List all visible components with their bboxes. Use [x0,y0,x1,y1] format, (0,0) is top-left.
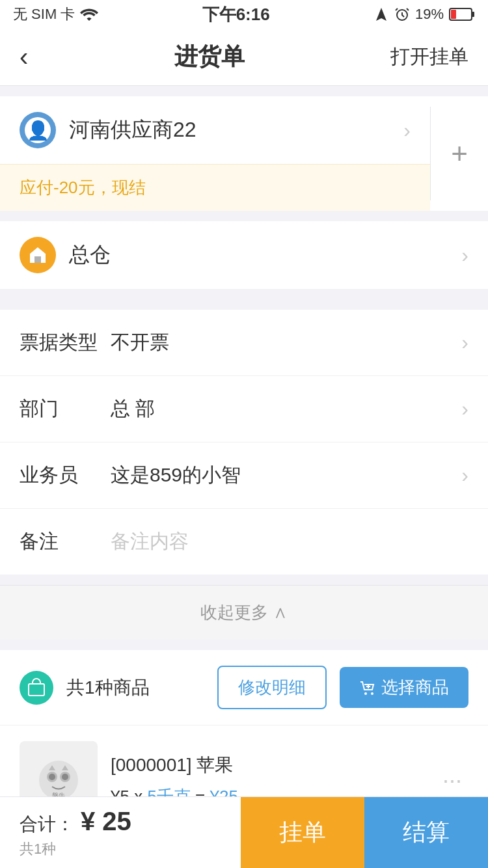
product-header: 共1种商品 修改明细 选择商品 [0,650,488,726]
status-right: 19% [373,6,475,23]
invoice-type-label: 票据类型 [20,329,111,356]
select-product-button[interactable]: 选择商品 [340,667,468,708]
product-name: [0000001] 苹果 [111,753,423,778]
department-chevron-icon: › [461,397,468,421]
product-count: 共1种商品 [66,675,204,700]
total-label: 合计： [20,812,74,837]
supplier-section: 👤 河南供应商22 › 应付-20元，现结 + [0,96,488,211]
total-sub: 共1种 [20,839,221,859]
form-section: 票据类型 不开票 › 部门 总 部 › 业务员 这是859的小智 › 备注 备注… [0,310,488,575]
invoice-chevron-icon: › [461,331,468,355]
person-icon: 👤 [27,120,49,141]
department-value: 总 部 [111,396,461,422]
nav-bar: ‹ 进货单 打开挂单 [0,29,488,86]
supplier-notice: 应付-20元，现结 [0,164,430,211]
plus-icon: + [451,137,468,170]
supplier-chevron-icon: › [403,118,411,142]
invoice-type-row[interactable]: 票据类型 不开票 › [0,310,488,375]
salesperson-row[interactable]: 业务员 这是859的小智 › [0,442,488,508]
svg-point-12 [62,774,68,780]
warehouse-section: 总仓 › [0,221,488,289]
settle-button[interactable]: 结算 [364,797,488,868]
collapse-bar[interactable]: 收起更多 ∧ [0,585,488,640]
svg-rect-4 [34,256,41,263]
supplier-name: 河南供应商22 [69,116,403,144]
location-icon [373,7,389,22]
svg-rect-3 [451,10,456,19]
warehouse-icon [20,237,56,273]
footer-total: 合计： ¥ 25 共1种 [0,797,241,868]
salesperson-value: 这是859的小智 [111,462,461,489]
department-row[interactable]: 部门 总 部 › [0,375,488,442]
supplier-row[interactable]: 👤 河南供应商22 › [0,96,430,164]
battery-icon [449,7,475,21]
svg-point-7 [371,692,373,695]
status-carrier: 无 SIM 卡 [13,5,98,24]
salesperson-label: 业务员 [20,462,111,489]
alarm-icon [394,7,410,22]
product-more-button[interactable]: ··· [436,760,468,800]
invoice-type-value: 不开票 [111,329,461,356]
remark-label: 备注 [20,528,111,555]
status-time: 下午6:16 [202,3,270,26]
svg-point-11 [49,774,55,780]
salesperson-chevron-icon: › [461,463,468,487]
svg-point-6 [364,692,367,695]
svg-rect-2 [472,12,474,17]
department-label: 部门 [20,396,111,422]
open-hang-button[interactable]: 打开挂单 [390,44,468,70]
status-bar: 无 SIM 卡 下午6:16 19% [0,0,488,29]
product-icon [20,671,53,705]
add-supplier-button[interactable]: + [431,96,488,211]
page-title: 进货单 [174,41,245,73]
footer: 合计： ¥ 25 共1种 挂单 结算 [0,796,488,868]
remark-row[interactable]: 备注 备注内容 [0,508,488,575]
cart-icon [359,679,376,696]
remark-value: 备注内容 [111,528,468,555]
back-button[interactable]: ‹ [20,42,28,72]
total-value: ¥ 25 [81,807,131,836]
hang-button[interactable]: 挂单 [241,797,364,868]
supplier-avatar: 👤 [20,112,56,148]
wifi-icon [80,8,98,21]
warehouse-row[interactable]: 总仓 › [0,221,488,289]
svg-rect-5 [29,684,44,696]
warehouse-chevron-icon: › [461,243,468,267]
warehouse-name: 总仓 [69,241,461,269]
edit-detail-button[interactable]: 修改明细 [217,666,327,709]
